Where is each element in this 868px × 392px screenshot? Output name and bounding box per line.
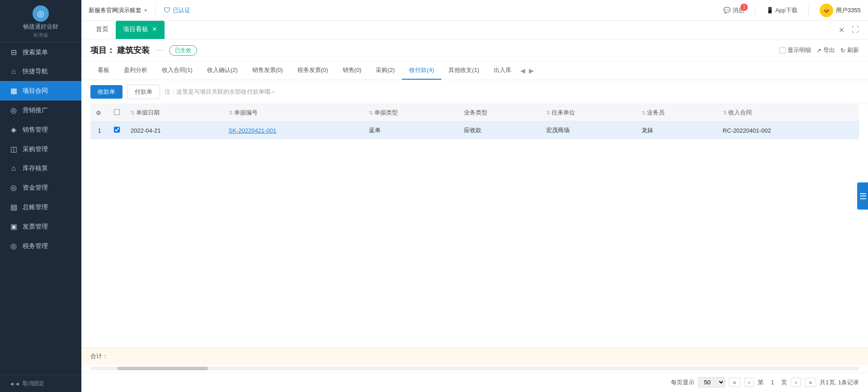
sub-nav-profit[interactable]: 盈利分析 xyxy=(117,62,155,80)
tab-project-board[interactable]: 项目看板 ✕ xyxy=(116,21,165,39)
number-column-header[interactable]: 单据编号 xyxy=(223,104,363,122)
sidebar-item-search[interactable]: ⊟ 搜索菜单 xyxy=(0,43,81,62)
page-prefix-label: 第 xyxy=(758,378,764,387)
sidebar-item-project-contract[interactable]: ▦ 项目合同 xyxy=(0,81,81,100)
sidebar-item-tax[interactable]: ◎ 税务管理 xyxy=(0,236,81,256)
income-contract-column-header[interactable]: 收入合同 xyxy=(717,104,859,122)
first-page-button[interactable]: « xyxy=(729,378,740,387)
chevron-down-icon: ▾ xyxy=(144,7,147,14)
partner-column-header[interactable]: 往来单位 xyxy=(541,104,636,122)
tabbar-right-controls: ✕ ⛶ xyxy=(837,24,861,36)
row-checkbox-cell[interactable] xyxy=(108,122,125,139)
page-size-select[interactable]: 50 100 200 xyxy=(698,377,725,387)
sub-nav-purchase[interactable]: 采购(2) xyxy=(368,62,402,80)
table-area: ⚙ 单据日期 单据编号 单据类型 业务类型 往来单位 业务员 收入合同 xyxy=(81,104,868,347)
sidebar-item-label: 营销推广 xyxy=(23,106,48,115)
home-icon: ⌂ xyxy=(9,67,18,76)
project-actions: 显示明细 ↗ 导出 ↻ 刷新 xyxy=(779,46,859,54)
search-icon: ⊟ xyxy=(9,48,18,57)
sub-nav-receipt[interactable]: 收付款(4) xyxy=(402,62,441,80)
project-status-badge: 已生效 xyxy=(169,45,197,56)
prev-page-button[interactable]: ‹ xyxy=(744,378,754,387)
sidebar-item-ledger[interactable]: ▤ 总账管理 xyxy=(0,197,81,217)
pin-icon: ◄◄ xyxy=(9,381,20,387)
sidebar-pin-button[interactable]: ◄◄ 取消固定 xyxy=(0,375,81,392)
sub-nav-inout[interactable]: 出入库 xyxy=(486,62,519,80)
app-logo-icon: ◎ xyxy=(33,5,49,22)
page-suffix-label: 页 xyxy=(781,378,787,387)
settings-column-header[interactable]: ⚙ xyxy=(90,104,108,122)
shield-icon: 🛡 xyxy=(164,6,171,14)
invoice-icon: ▣ xyxy=(9,222,18,231)
salesman-column-header[interactable]: 业务员 xyxy=(636,104,717,122)
toolbar: 收款单 付款单 注：这里是与项目关联的全部收付款单哦～ xyxy=(81,80,868,104)
sidebar-menu: ⊟ 搜索菜单 ⌂ 快捷导航 ▦ 项目合同 ◎ 营销推广 ◈ 销售管理 ◫ 采购管… xyxy=(0,43,81,375)
main-content: 新服务官网演示账套 ▾ 🛡 已认证 💬 消息 1 📱 App下载 🐱 用户335… xyxy=(81,0,868,392)
tab-close-icon[interactable]: ✕ xyxy=(152,25,157,33)
sidebar-item-purchase-mgmt[interactable]: ◫ 采购管理 xyxy=(0,139,81,159)
row-checkbox[interactable] xyxy=(114,127,120,133)
message-button[interactable]: 💬 消息 1 xyxy=(723,6,744,14)
side-panel-button[interactable]: ☰ xyxy=(857,182,868,210)
sidebar-item-capital[interactable]: ◎ 资金管理 xyxy=(0,178,81,197)
page-size-label: 每页显示 xyxy=(671,378,694,387)
sub-nav-prev-arrow[interactable]: ◀ xyxy=(519,63,527,78)
sidebar-item-marketing[interactable]: ◎ 营销推广 xyxy=(0,100,81,120)
sub-nav-other-receipt[interactable]: 其他收支(1) xyxy=(441,62,486,80)
show-detail-checkbox[interactable] xyxy=(779,47,786,53)
row-number[interactable]: SK-20220421-001 xyxy=(223,122,363,139)
sub-nav-sales[interactable]: 销售(0) xyxy=(335,62,369,80)
sub-nav-tax-invoice[interactable]: 税务发票(0) xyxy=(290,62,335,80)
sub-nav-board[interactable]: 看板 xyxy=(90,62,117,80)
side-panel-icon: ☰ xyxy=(858,191,868,201)
export-icon: ↗ xyxy=(816,47,821,54)
project-header: 项目： 建筑安装 ··· 已生效 显示明细 ↗ 导出 ↻ 刷新 xyxy=(81,39,868,62)
sub-nav-income-confirm[interactable]: 收入确认(2) xyxy=(200,62,245,80)
show-detail-toggle[interactable]: 显示明细 xyxy=(779,46,811,54)
sub-nav-next-arrow[interactable]: ▶ xyxy=(527,63,536,78)
total-row: 合计： xyxy=(81,347,868,365)
next-page-button[interactable]: › xyxy=(791,378,801,387)
sub-nav-income-contract[interactable]: 收入合同(1) xyxy=(155,62,200,80)
sub-nav: 看板 盈利分析 收入合同(1) 收入确认(2) 销售发票(0) 税务发票(0) … xyxy=(81,62,868,80)
app-name: 畅捷通好业财 xyxy=(23,23,58,31)
app-download-button[interactable]: 📱 App下载 xyxy=(766,6,797,14)
sidebar-item-label: 采购管理 xyxy=(23,145,48,153)
topbar-divider xyxy=(155,6,156,15)
horizontal-scrollbar-track[interactable] xyxy=(90,367,859,370)
select-all-checkbox[interactable] xyxy=(114,109,120,115)
tab-close-window-button[interactable]: ✕ xyxy=(837,24,846,36)
topbar-divider-3 xyxy=(808,6,809,15)
row-date: 2022-04-21 xyxy=(125,122,223,139)
tab-home[interactable]: 首页 xyxy=(89,21,116,39)
tab-home-label: 首页 xyxy=(96,25,108,33)
type-column-header[interactable]: 单据类型 xyxy=(363,104,459,122)
select-all-checkbox-header[interactable] xyxy=(108,104,125,122)
export-button[interactable]: ↗ 导出 xyxy=(816,46,835,54)
show-detail-label: 显示明细 xyxy=(788,46,811,54)
row-biz-type: 应收款 xyxy=(458,122,541,139)
sidebar-item-sales-mgmt[interactable]: ◈ 销售管理 xyxy=(0,120,81,139)
contract-icon: ▦ xyxy=(9,86,18,95)
app-edition: 标准版 xyxy=(33,32,48,38)
biz-type-column-header: 业务类型 xyxy=(458,104,541,122)
date-column-header[interactable]: 单据日期 xyxy=(125,104,223,122)
tab-expand-button[interactable]: ⛶ xyxy=(850,24,861,36)
refresh-button[interactable]: ↻ 刷新 xyxy=(840,46,859,54)
project-title: 项目： 建筑安装 xyxy=(90,45,150,56)
horizontal-scrollbar-thumb[interactable] xyxy=(118,367,208,370)
row-number-link[interactable]: SK-20220421-001 xyxy=(229,127,277,134)
project-more-icon[interactable]: ··· xyxy=(155,46,164,54)
account-selector[interactable]: 新服务官网演示账套 ▾ xyxy=(89,6,147,14)
sidebar-item-quick-nav[interactable]: ⌂ 快捷导航 xyxy=(0,62,81,81)
topbar-right: 💬 消息 1 📱 App下载 🐱 用户3355 xyxy=(723,4,861,17)
sub-nav-sales-invoice[interactable]: 销售发票(0) xyxy=(245,62,290,80)
sidebar-item-label: 总账管理 xyxy=(23,203,48,211)
user-menu[interactable]: 🐱 用户3355 xyxy=(820,4,861,17)
receipt-bill-button[interactable]: 收款单 xyxy=(90,85,123,99)
sales-icon: ◈ xyxy=(9,125,18,134)
sidebar-item-inventory[interactable]: ⌂ 库存核算 xyxy=(0,159,81,178)
last-page-button[interactable]: » xyxy=(805,378,816,387)
payment-bill-button[interactable]: 付款单 xyxy=(127,85,160,99)
sidebar-item-invoice[interactable]: ▣ 发票管理 xyxy=(0,217,81,236)
